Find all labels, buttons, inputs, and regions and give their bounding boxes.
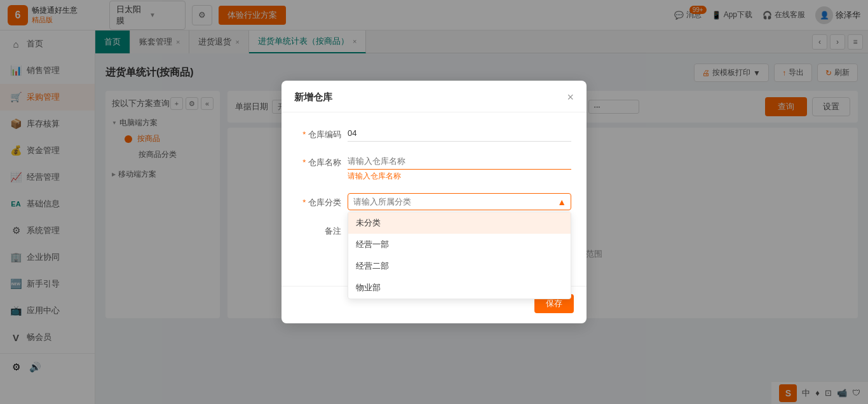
required-star: * [302,130,306,139]
cat-required-star: * [302,198,306,207]
name-error-tip: 请输入仓库名称 [348,171,571,182]
dialog-close-button[interactable]: × [567,91,574,104]
category-arrow-icon[interactable]: ▲ [557,197,566,207]
code-label: * 仓库编码 [297,125,348,140]
form-row-code: * 仓库编码 [297,125,571,142]
category-dropdown: 未分类 经营一部 经营二部 物业部 [348,212,571,299]
dropdown-item-op1[interactable]: 经营一部 [348,234,571,255]
name-input[interactable] [348,153,571,170]
dialog-body: * 仓库编码 * 仓库名称 请输入仓库名称 [281,112,587,286]
dropdown-item-op2[interactable]: 经营二部 [348,255,571,277]
dialog-title: 新增仓库 [294,91,332,104]
category-input[interactable] [348,193,571,210]
code-input[interactable] [348,125,571,142]
form-row-category: * 仓库分类 ▲ 未分类 经营一部 经营二部 物业部 [297,193,571,210]
new-warehouse-dialog: 新增仓库 × * 仓库编码 * 仓库名称 [281,81,587,323]
dropdown-item-op3[interactable]: 物业部 [348,277,571,299]
category-label: * 仓库分类 [297,193,348,208]
form-row-name: * 仓库名称 请输入仓库名称 [297,153,571,182]
overlay: 新增仓库 × * 仓库编码 * 仓库名称 [0,0,868,404]
name-required-star: * [302,158,306,167]
dialog-header: 新增仓库 × [281,81,587,112]
code-input-wrap [348,125,571,142]
name-input-wrap: 请输入仓库名称 [348,153,571,182]
dropdown-item-none[interactable]: 未分类 [348,212,571,234]
name-label: * 仓库名称 [297,153,348,168]
category-select-wrap: ▲ 未分类 经营一部 经营二部 物业部 [348,193,571,210]
note-label: 备注 [297,222,348,237]
